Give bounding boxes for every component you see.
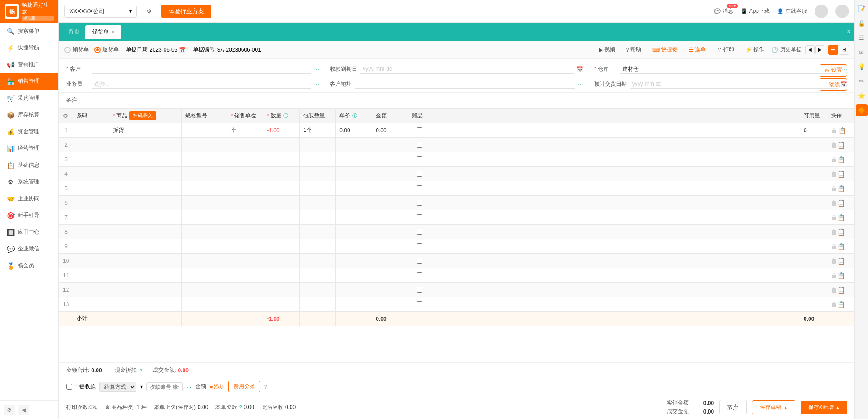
th-settings[interactable]: ⚙ (59, 109, 73, 123)
copy-icon[interactable]: 📋 (837, 301, 845, 308)
settings-button[interactable]: ⚙ 设置 (820, 64, 847, 77)
remark-input[interactable] (92, 96, 847, 105)
operation-btn[interactable]: ⚡ 操作 (742, 44, 768, 55)
rs-orange-icon[interactable]: 🔶 (856, 104, 868, 116)
view-grid[interactable]: ⊞ (839, 45, 849, 55)
copy-icon[interactable]: 📋 (837, 185, 845, 192)
delete-icon[interactable]: 🗑 (831, 243, 837, 250)
delete-icon[interactable]: 🗑 (831, 156, 837, 163)
user-avatar2[interactable] (835, 5, 849, 18)
draft-button[interactable]: 保存草稿 ▲ (752, 400, 795, 414)
customer-dots[interactable]: ··· (314, 66, 320, 73)
cell-spec[interactable] (182, 123, 227, 138)
warehouse-input[interactable] (620, 64, 839, 74)
video-btn[interactable]: ▶ 视频 (595, 44, 619, 55)
one-click-checkbox[interactable] (66, 384, 72, 390)
payment-date-input[interactable] (360, 64, 573, 74)
salesperson-input[interactable] (92, 79, 311, 89)
copy-icon[interactable]: 📋 (837, 257, 845, 265)
app-download-action[interactable]: 📱 App下载 (741, 7, 770, 15)
cell-barcode[interactable] (73, 123, 109, 138)
delete-icon[interactable]: 🗑 (831, 257, 837, 265)
sidebar-item-guide[interactable]: 🎯 新手引导 (0, 207, 58, 224)
cell-goods[interactable]: 拆货 (109, 123, 182, 138)
copy-icon[interactable]: 📋 (837, 156, 845, 163)
shortcut-btn[interactable]: ⌨ 快捷键 (649, 44, 681, 55)
tab-close-all[interactable]: × (847, 28, 851, 36)
rs-pen-icon[interactable]: ✏ (856, 75, 868, 87)
salesperson-dots[interactable]: ··· (314, 81, 320, 88)
one-click-payment[interactable]: 一键收款 (66, 383, 96, 390)
rs-edit-icon[interactable]: 📝 (856, 3, 868, 14)
sidebar-item-inventory[interactable]: 📦 库存核算 (0, 106, 58, 123)
radio-sales[interactable]: 销货单 (64, 46, 89, 53)
copy-icon[interactable]: 📋 (837, 199, 845, 207)
goods-type[interactable]: ⊕ 商品种类: 1 种 (105, 404, 147, 411)
sidebar-item-purchase[interactable]: 🛒 采购管理 (0, 90, 58, 106)
copy-icon[interactable]: 📋 (837, 228, 845, 236)
copy-icon[interactable]: 📋 (839, 127, 846, 134)
collapse-icon[interactable]: ◀ (18, 405, 29, 415)
rs-bulb-icon[interactable]: 💡 (856, 61, 868, 72)
calendar-icon[interactable]: 📅 (179, 47, 186, 53)
rs-list-icon[interactable]: ☰ (856, 32, 868, 43)
customer-input[interactable] (92, 64, 311, 74)
delete-icon[interactable]: 🗑 (831, 127, 837, 134)
sidebar-item-enterprise[interactable]: 🤝 企业协同 (0, 190, 58, 207)
sidebar-item-finance[interactable]: 💰 资金管理 (0, 123, 58, 140)
cell-pkgqty[interactable]: 1个 (300, 123, 336, 138)
sidebar-item-search[interactable]: 🔍 搜索菜单 (0, 23, 58, 39)
copy-icon[interactable]: 📋 (837, 243, 845, 250)
sidebar-item-wechat[interactable]: 💬 企业微信 (0, 241, 58, 257)
sidebar-item-operations[interactable]: 📊 经营管理 (0, 140, 58, 157)
payment-help-icon[interactable]: ? (264, 384, 267, 390)
trial-button[interactable]: 体验行业方案 (161, 5, 211, 18)
rs-mail-icon[interactable]: ✉ (856, 46, 868, 58)
help-btn[interactable]: ? 帮助 (622, 44, 645, 55)
view-list[interactable]: ☰ (828, 45, 838, 55)
delete-icon[interactable]: 🗑 (831, 228, 837, 236)
copy-icon[interactable]: 📋 (837, 286, 845, 294)
user-avatar[interactable] (815, 5, 828, 18)
print-btn[interactable]: 🖨 打印 (713, 44, 738, 55)
rs-lock-icon[interactable]: 🔒 (856, 17, 868, 29)
gear-button[interactable]: ⚙ (142, 5, 156, 18)
addr-dots[interactable]: ··· (578, 81, 583, 88)
sidebar-item-system[interactable]: ⚙ 系统管理 (0, 173, 58, 190)
delete-icon[interactable]: 🗑 (831, 170, 837, 178)
logistics-button[interactable]: + 物流 (820, 78, 847, 91)
save-new-button[interactable]: 保存&新增 ▲ (801, 401, 847, 414)
payment-calendar-icon[interactable]: 📅 (577, 66, 583, 72)
cell-price[interactable]: 0.00 (336, 123, 372, 138)
copy-icon[interactable]: 📋 (837, 141, 845, 149)
cell-gift[interactable] (408, 123, 431, 138)
settings-bottom-icon[interactable]: ⚙ (4, 405, 15, 415)
history-btn[interactable]: 🕐 历史单据 (771, 46, 802, 53)
delete-icon[interactable]: 🗑 (831, 301, 837, 308)
sidebar-item-sales[interactable]: 🏪 销售管理 (0, 73, 58, 90)
payment-method-select[interactable]: 结算方式 (99, 382, 136, 392)
expected-date-input[interactable] (630, 79, 838, 89)
cell-qty[interactable]: -1.00 (263, 123, 300, 138)
copy-icon[interactable]: 📋 (837, 272, 845, 279)
copy-icon[interactable]: 📋 (837, 214, 845, 221)
add-payment-btn[interactable]: ● 添加 (210, 383, 225, 390)
overdue-info[interactable]: ? (239, 405, 242, 410)
delete-icon[interactable]: 🗑 (831, 286, 837, 294)
tab-sales-order[interactable]: 销货单 × (85, 25, 121, 39)
company-select[interactable]: XXXXXX公司 ▾ (64, 5, 137, 18)
message-action[interactable]: 💬 消息 99+ (714, 7, 733, 15)
delete-icon[interactable]: 🗑 (831, 185, 837, 192)
payment-account-input[interactable] (146, 382, 183, 391)
delete-icon[interactable]: 🗑 (831, 214, 837, 221)
delete-icon[interactable]: 🗑 (831, 141, 837, 149)
discard-button[interactable]: 放弃 (719, 400, 747, 414)
discount-info-icon[interactable]: ? (140, 368, 142, 373)
account-dots[interactable]: ··· (186, 383, 192, 390)
cost-split-btn[interactable]: 费用分摊 (228, 381, 260, 392)
sidebar-item-member[interactable]: 🏅 畅会员 (0, 257, 58, 274)
nav-next[interactable]: ▶ (815, 45, 824, 54)
sidebar-item-shortcut[interactable]: ⚡ 快捷导航 (0, 39, 58, 56)
sidebar-item-appstore[interactable]: 🔲 应用中心 (0, 224, 58, 241)
cell-amount[interactable]: 0.00 (372, 123, 408, 138)
